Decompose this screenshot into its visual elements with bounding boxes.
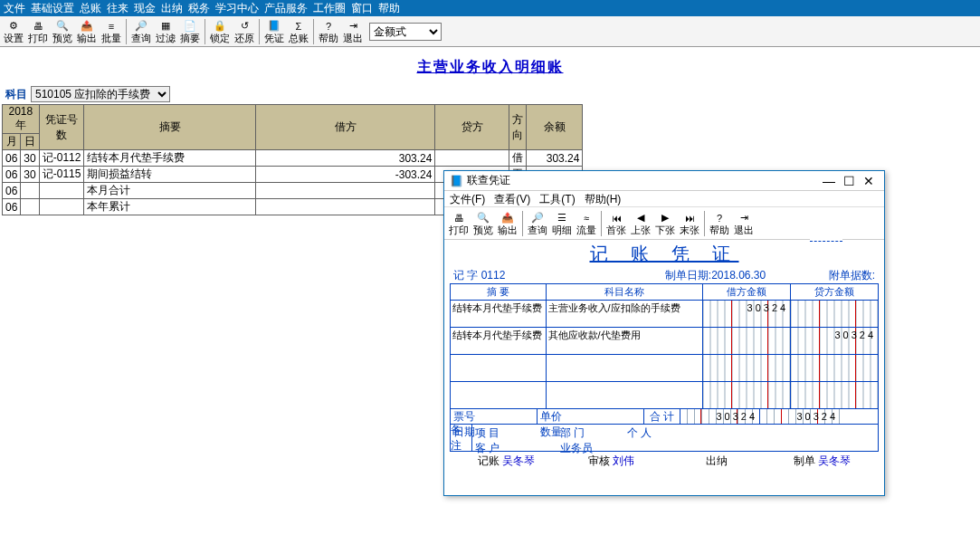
menu-item[interactable]: 产品服务 bbox=[264, 2, 308, 14]
amount-cell bbox=[791, 301, 879, 328]
menu-item[interactable]: 现金 bbox=[134, 2, 156, 14]
退出-icon: ⇥ bbox=[737, 212, 751, 225]
amount-cell: 30324 bbox=[703, 301, 791, 328]
account-select[interactable]: 510105 应扣除的手续费 bbox=[31, 86, 170, 102]
预览-button[interactable]: 🔍预览 bbox=[51, 17, 74, 46]
sign-prep-label: 制单 bbox=[794, 454, 815, 467]
voucher-title: 记 账 凭 证 bbox=[450, 242, 879, 266]
separator bbox=[313, 19, 314, 44]
voucher-table: 摘 要 科目名称 借方金额 贷方金额 结转本月代垫手续费主营业务收入/应扣除的手… bbox=[450, 283, 879, 409]
col-credit: 贷方 bbox=[435, 105, 509, 150]
menu-item[interactable]: 总账 bbox=[80, 2, 101, 14]
close-button[interactable]: ✕ bbox=[859, 174, 879, 188]
sign-audit-label: 审核 bbox=[588, 454, 610, 467]
popup-title: 联查凭证 bbox=[467, 173, 819, 188]
toolbar-label: 末张 bbox=[680, 225, 699, 235]
批量-button[interactable]: ≡批量 bbox=[100, 17, 123, 46]
voucher-row[interactable] bbox=[451, 382, 879, 409]
toolbar-label: 上张 bbox=[631, 225, 651, 235]
帮助-icon: ? bbox=[321, 20, 336, 33]
toolbar-label: 帮助 bbox=[319, 33, 338, 43]
col-month: 月 bbox=[3, 134, 21, 150]
明细-icon: ☰ bbox=[555, 212, 569, 225]
预览-button[interactable]: 🔍预览 bbox=[471, 209, 495, 238]
下张-button[interactable]: ▶下张 bbox=[653, 209, 677, 238]
首张-button[interactable]: ⏮首张 bbox=[604, 209, 628, 238]
voucher-row[interactable] bbox=[451, 355, 879, 382]
toolbar-label: 打印 bbox=[28, 33, 48, 43]
流量-button[interactable]: ≈流量 bbox=[575, 209, 598, 238]
popup-menu-item[interactable]: 工具(T) bbox=[539, 193, 575, 205]
popup-menu-item[interactable]: 文件(F) bbox=[450, 193, 485, 205]
还原-button[interactable]: ↺还原 bbox=[233, 17, 256, 46]
下张-icon: ▶ bbox=[658, 212, 672, 225]
vth-account: 科目名称 bbox=[546, 284, 703, 301]
separator bbox=[205, 19, 205, 44]
sign-make-label: 记账 bbox=[478, 454, 500, 467]
打印-icon: 🖶 bbox=[452, 212, 466, 225]
menu-item[interactable]: 税务 bbox=[188, 2, 210, 14]
上张-button[interactable]: ◀上张 bbox=[629, 209, 652, 238]
帮助-button[interactable]: ?帮助 bbox=[317, 17, 340, 46]
voucher-row[interactable]: 结转本月代垫手续费主营业务收入/应扣除的手续费30324 bbox=[451, 301, 879, 328]
查询-button[interactable]: 🔎查询 bbox=[129, 17, 153, 46]
打印-button[interactable]: 🖶打印 bbox=[447, 209, 471, 238]
toolbar-label: 退出 bbox=[343, 33, 363, 43]
menu-item[interactable]: 工作圈 bbox=[313, 2, 346, 14]
ledger-row[interactable]: 0630记-0112结转本月代垫手续费303.24借303.24 bbox=[3, 150, 583, 167]
col-year: 2018年 bbox=[3, 105, 40, 134]
锁定-icon: 🔒 bbox=[213, 20, 227, 33]
page-title-row: 主营业务收入明细账 bbox=[0, 58, 980, 77]
toolbar-label: 摘要 bbox=[180, 33, 200, 43]
voucher-popup: 📘 联查凭证 — ☐ ✕ 文件(F)查看(V)工具(T)帮助(H) 🖶打印🔍预览… bbox=[443, 170, 885, 496]
退出-button[interactable]: ⇥退出 bbox=[341, 17, 365, 46]
menu-item[interactable]: 出纳 bbox=[161, 2, 183, 14]
menu-item[interactable]: 学习中心 bbox=[215, 2, 259, 14]
menu-item[interactable]: 基础设置 bbox=[31, 2, 74, 14]
vth-credit: 贷方金额 bbox=[791, 284, 879, 301]
remark-row: 备注 项 目 部 门 个 人 客 户 业务员 bbox=[450, 425, 879, 452]
打印-button[interactable]: 🖶打印 bbox=[26, 17, 50, 46]
凭证-button[interactable]: 📘凭证 bbox=[262, 17, 286, 46]
menu-item[interactable]: 帮助 bbox=[378, 2, 400, 14]
输出-button[interactable]: 📤输出 bbox=[75, 17, 99, 46]
帮助-icon: ? bbox=[712, 212, 727, 225]
popup-menu-item[interactable]: 帮助(H) bbox=[585, 193, 622, 205]
锁定-button[interactable]: 🔒锁定 bbox=[208, 17, 232, 46]
toolbar-label: 退出 bbox=[734, 225, 754, 235]
amount-cell bbox=[791, 355, 879, 382]
main-menubar[interactable]: 文件基础设置总账往来现金出纳税务学习中心产品服务工作圈窗口帮助 bbox=[0, 0, 980, 16]
toolbar-label: 打印 bbox=[449, 225, 469, 235]
上张-icon: ◀ bbox=[633, 212, 648, 225]
末张-button[interactable]: ⏭末张 bbox=[678, 209, 701, 238]
输出-button[interactable]: 📤输出 bbox=[496, 209, 519, 238]
toolbar-label: 设置 bbox=[4, 33, 24, 43]
过滤-button[interactable]: ▦过滤 bbox=[154, 17, 177, 46]
还原-icon: ↺ bbox=[237, 20, 252, 33]
总账-button[interactable]: Σ总账 bbox=[287, 17, 310, 46]
退出-button[interactable]: ⇥退出 bbox=[732, 209, 756, 238]
toolbar-label: 预览 bbox=[52, 33, 72, 43]
foot-price: 单价 bbox=[540, 410, 562, 423]
帮助-button[interactable]: ?帮助 bbox=[708, 209, 731, 238]
设置-button[interactable]: ⚙设置 bbox=[2, 17, 25, 46]
style-combo[interactable]: 金额式 bbox=[369, 23, 442, 41]
minimize-button[interactable]: — bbox=[819, 174, 839, 188]
main-toolbar: ⚙设置🖶打印🔍预览📤输出≡批量🔎查询▦过滤📄摘要🔒锁定↺还原📘凭证Σ总账?帮助⇥… bbox=[0, 16, 980, 47]
remark-cust: 客 户 bbox=[475, 442, 500, 454]
查询-button[interactable]: 🔎查询 bbox=[526, 209, 549, 238]
voucher-row[interactable]: 结转本月代垫手续费其他应收款/代垫费用30324 bbox=[451, 328, 879, 355]
amount-cell: 30324 bbox=[791, 328, 879, 355]
popup-menu-item[interactable]: 查看(V) bbox=[494, 193, 530, 205]
popup-menubar[interactable]: 文件(F)查看(V)工具(T)帮助(H) bbox=[444, 191, 884, 207]
凭证-icon: 📘 bbox=[267, 20, 281, 33]
popup-titlebar[interactable]: 📘 联查凭证 — ☐ ✕ bbox=[444, 171, 884, 191]
摘要-button[interactable]: 📄摘要 bbox=[178, 17, 202, 46]
退出-icon: ⇥ bbox=[346, 20, 360, 33]
menu-item[interactable]: 窗口 bbox=[351, 2, 373, 14]
maximize-button[interactable]: ☐ bbox=[839, 174, 859, 188]
menu-item[interactable]: 文件 bbox=[4, 2, 25, 14]
明细-button[interactable]: ☰明细 bbox=[550, 209, 574, 238]
remark-sales: 业务员 bbox=[560, 442, 593, 454]
menu-item[interactable]: 往来 bbox=[107, 2, 128, 14]
